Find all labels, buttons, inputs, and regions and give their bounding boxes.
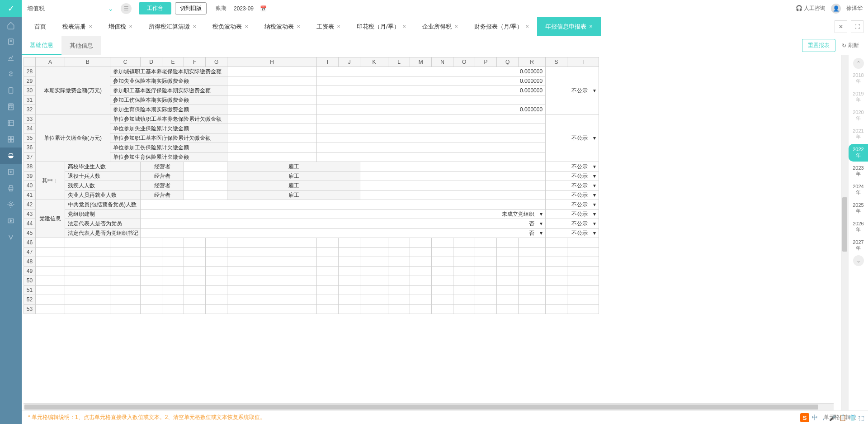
col-header[interactable]: S: [546, 57, 567, 67]
row-header[interactable]: 33: [24, 114, 36, 124]
col-header[interactable]: K: [360, 57, 388, 67]
cell[interactable]: [339, 295, 360, 305]
cell[interactable]: [410, 295, 432, 305]
reset-report-button[interactable]: 重置报表: [802, 39, 835, 52]
row-header[interactable]: 36: [24, 143, 36, 152]
cell[interactable]: [36, 276, 65, 286]
cell[interactable]: 参加工伤保险本期实际缴费金额: [110, 95, 227, 105]
close-icon[interactable]: ✕: [525, 24, 529, 29]
cell[interactable]: [317, 267, 339, 276]
close-icon[interactable]: ✕: [589, 24, 593, 29]
cell[interactable]: [475, 295, 497, 305]
avatar[interactable]: 👤: [831, 4, 841, 14]
cell[interactable]: 中共党员(包括预备党员)人数: [65, 200, 141, 210]
cell[interactable]: 未成立党组织 ▾: [141, 210, 546, 219]
year-item[interactable]: 2018年: [849, 70, 868, 87]
cell[interactable]: [567, 267, 599, 276]
ime-item[interactable]: 🎤: [829, 414, 836, 421]
tab-4[interactable]: 税负波动表✕: [204, 17, 256, 36]
cell[interactable]: [141, 238, 162, 248]
cell[interactable]: 经营者: [141, 172, 184, 181]
cell[interactable]: [388, 267, 410, 276]
close-icon[interactable]: ✕: [193, 24, 196, 29]
cell[interactable]: [567, 276, 599, 286]
close-icon[interactable]: ✕: [297, 24, 300, 29]
cell[interactable]: [110, 276, 141, 286]
row-header[interactable]: 39: [24, 172, 36, 181]
cell[interactable]: 参加职工基本医疗保险本期实际缴费金额: [110, 86, 227, 95]
cell[interactable]: 雇工: [227, 181, 360, 191]
year-item[interactable]: 2019年: [849, 88, 868, 106]
cell[interactable]: [432, 238, 453, 248]
cell[interactable]: [410, 276, 432, 286]
cell[interactable]: [162, 248, 184, 257]
col-header[interactable]: F: [184, 57, 206, 67]
row-header[interactable]: 38: [24, 162, 36, 172]
cell[interactable]: [497, 276, 519, 286]
cell[interactable]: [110, 238, 141, 248]
cell[interactable]: [519, 257, 546, 267]
col-header[interactable]: A: [36, 57, 65, 67]
cell[interactable]: [567, 305, 599, 314]
ime-item[interactable]: 中: [812, 414, 818, 422]
cell[interactable]: 0.000000: [317, 105, 546, 114]
year-item[interactable]: 2022年: [849, 144, 868, 162]
cell[interactable]: [475, 276, 497, 286]
cell[interactable]: [453, 305, 475, 314]
cell[interactable]: [388, 276, 410, 286]
cell[interactable]: [162, 286, 184, 295]
cell[interactable]: [227, 133, 317, 143]
cell[interactable]: [162, 305, 184, 314]
row-header[interactable]: 37: [24, 152, 36, 162]
cell[interactable]: [162, 257, 184, 267]
cell[interactable]: [317, 286, 339, 295]
cell[interactable]: [162, 267, 184, 276]
cell[interactable]: [206, 286, 227, 295]
cell[interactable]: [475, 257, 497, 267]
cell[interactable]: [227, 286, 317, 295]
nav-export[interactable]: [0, 164, 22, 180]
nav-doc[interactable]: [0, 33, 22, 50]
close-icon[interactable]: ✕: [245, 24, 248, 29]
period-value[interactable]: 2023-09: [234, 5, 254, 12]
col-header[interactable]: C: [110, 57, 141, 67]
cell[interactable]: [339, 276, 360, 286]
col-header[interactable]: L: [388, 57, 410, 67]
cell[interactable]: [410, 267, 432, 276]
cell[interactable]: [206, 305, 227, 314]
cell[interactable]: [36, 286, 65, 295]
cell[interactable]: 失业人员再就业人数: [65, 191, 141, 200]
cell[interactable]: [567, 248, 599, 257]
cell[interactable]: [432, 305, 453, 314]
cell[interactable]: 0.000000: [317, 76, 546, 86]
ime-item[interactable]: ，: [821, 414, 826, 422]
row-header[interactable]: 30: [24, 86, 36, 95]
cell[interactable]: [184, 248, 206, 257]
cell[interactable]: [317, 257, 339, 267]
year-item[interactable]: 2021年: [849, 125, 868, 143]
cell[interactable]: 党组织建制: [65, 210, 141, 219]
row-header[interactable]: 32: [24, 105, 36, 114]
cell[interactable]: [162, 295, 184, 305]
cell[interactable]: [317, 276, 339, 286]
cell[interactable]: [65, 267, 110, 276]
cell[interactable]: [410, 238, 432, 248]
cell[interactable]: [184, 172, 227, 181]
cell[interactable]: [317, 248, 339, 257]
cell[interactable]: [519, 305, 546, 314]
cell[interactable]: [110, 248, 141, 257]
tab-9[interactable]: 财务报表（月/季）✕: [466, 17, 538, 36]
cell[interactable]: [339, 257, 360, 267]
cell[interactable]: [497, 257, 519, 267]
row-header[interactable]: 52: [24, 295, 36, 305]
cell[interactable]: 单位累计欠缴金额(万元): [36, 114, 110, 162]
col-header[interactable]: H: [227, 57, 317, 67]
cell[interactable]: [65, 248, 110, 257]
cell[interactable]: [339, 286, 360, 295]
cell[interactable]: [206, 248, 227, 257]
cell[interactable]: [360, 162, 546, 172]
nav-home[interactable]: [0, 17, 22, 33]
cell[interactable]: [141, 248, 162, 257]
spreadsheet[interactable]: ABCDEFGHIJKLMNOPQRST28本期实际缴费金额(万元)参加城镇职工…: [24, 57, 599, 314]
cell[interactable]: 经营者: [141, 191, 184, 200]
